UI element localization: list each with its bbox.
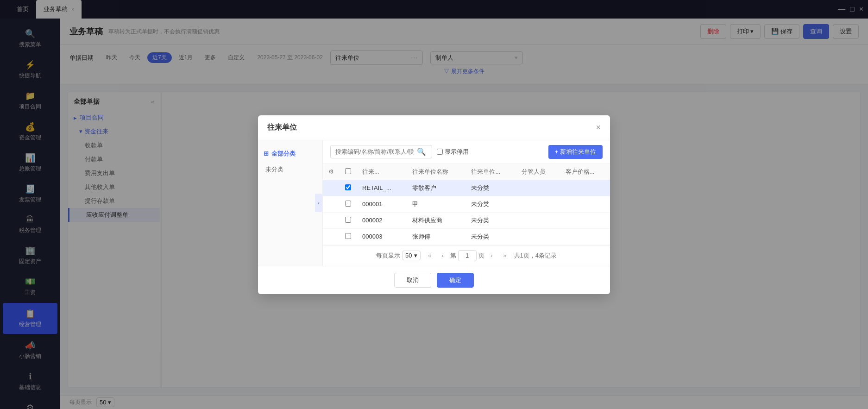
- partner-modal: 往来单位 × ⊞ 全部分类 ‹ 未分类 🔍: [258, 115, 610, 294]
- row-code: RETAIL_...: [357, 180, 407, 196]
- row-price: [560, 196, 610, 212]
- modal-title: 往来单位: [267, 123, 297, 132]
- row-check[interactable]: [340, 212, 357, 228]
- row-settings: [323, 196, 340, 212]
- row-price: [560, 212, 610, 228]
- settings-icon[interactable]: ⚙: [328, 168, 334, 175]
- row-code: 000001: [357, 196, 407, 212]
- add-partner-button[interactable]: + 新增往来单位: [548, 145, 603, 159]
- th-name-label: 往来单位名称: [412, 168, 448, 175]
- modal-footer: 取消 确定: [258, 266, 610, 294]
- page-size-label: 每页显示: [376, 252, 400, 260]
- modal-toolbar: 🔍 显示停用 + 新增往来单位: [323, 140, 610, 164]
- row-settings: [323, 212, 340, 228]
- row-settings: [323, 180, 340, 196]
- row-settings: [323, 228, 340, 245]
- table-row[interactable]: RETAIL_... 零散客户 未分类: [323, 180, 610, 196]
- select-all-checkbox[interactable]: [345, 168, 351, 174]
- modal-header: 往来单位 ×: [258, 115, 610, 140]
- row-manager: [516, 212, 560, 228]
- category-header-label: 全部分类: [271, 150, 296, 158]
- row-category: 未分类: [465, 228, 516, 245]
- row-name: 张师傅: [407, 228, 465, 245]
- th-manager-label: 分管人员: [522, 168, 546, 175]
- th-settings: ⚙: [323, 164, 340, 180]
- row-checkbox[interactable]: [345, 217, 351, 223]
- page-size-arrow: ▾: [414, 252, 417, 259]
- category-unclassified[interactable]: 未分类: [258, 162, 322, 177]
- modal-body: ⊞ 全部分类 ‹ 未分类 🔍 显示停用: [258, 140, 610, 266]
- page-size-box[interactable]: 50 ▾: [402, 251, 420, 260]
- row-code: 000002: [357, 212, 407, 228]
- table-row[interactable]: 000003 张师傅 未分类: [323, 228, 610, 245]
- page-size-select: 每页显示 50 ▾: [376, 251, 420, 260]
- row-category: 未分类: [465, 212, 516, 228]
- table-row[interactable]: 000001 甲 未分类: [323, 196, 610, 212]
- first-page-button[interactable]: «: [424, 250, 435, 261]
- row-check[interactable]: [340, 180, 357, 196]
- th-code: 往来...: [357, 164, 407, 180]
- show-disabled-label[interactable]: 显示停用: [437, 148, 469, 156]
- row-manager: [516, 196, 560, 212]
- category-header: ⊞ 全部分类: [258, 146, 322, 162]
- row-name: 材料供应商: [407, 212, 465, 228]
- modal-table: ⚙ 往来... 往来单位名称: [323, 164, 610, 245]
- th-code-label: 往来...: [362, 168, 379, 175]
- last-page-button[interactable]: »: [499, 250, 510, 261]
- th-price-label: 客户价格...: [566, 168, 595, 175]
- modal-left-panel: ⊞ 全部分类 ‹ 未分类: [258, 140, 323, 266]
- row-code: 000003: [357, 228, 407, 245]
- th-check: [340, 164, 357, 180]
- search-box[interactable]: 🔍: [330, 145, 432, 158]
- row-category: 未分类: [465, 196, 516, 212]
- search-icon: 🔍: [417, 147, 426, 156]
- th-price: 客户价格...: [560, 164, 610, 180]
- table-row[interactable]: 000002 材料供应商 未分类: [323, 212, 610, 228]
- row-name: 甲: [407, 196, 465, 212]
- page-nav: « ‹ 第 页 › »: [424, 250, 510, 261]
- row-manager: [516, 180, 560, 196]
- confirm-button[interactable]: 确定: [437, 273, 474, 288]
- th-name: 往来单位名称: [407, 164, 465, 180]
- cancel-button[interactable]: 取消: [394, 273, 431, 288]
- row-category: 未分类: [465, 180, 516, 196]
- row-price: [560, 228, 610, 245]
- row-checkbox[interactable]: [345, 233, 351, 239]
- panel-collapse-button[interactable]: ‹: [315, 194, 322, 212]
- total-info: 共1页，4条记录: [514, 252, 557, 260]
- th-category: 往来单位...: [465, 164, 516, 180]
- row-checkbox[interactable]: [345, 201, 351, 207]
- show-disabled-checkbox[interactable]: [437, 149, 443, 155]
- prev-page-button[interactable]: ‹: [437, 250, 448, 261]
- page-unit: 页: [478, 252, 484, 260]
- row-manager: [516, 228, 560, 245]
- row-price: [560, 180, 610, 196]
- show-disabled-text: 显示停用: [445, 148, 469, 156]
- page-number-input[interactable]: [458, 250, 477, 261]
- modal-table-wrap: ⚙ 往来... 往来单位名称: [323, 164, 610, 245]
- row-checkbox[interactable]: [345, 184, 351, 190]
- modal-pagination: 每页显示 50 ▾ « ‹ 第 页 › »: [323, 245, 610, 266]
- grid-icon: ⊞: [264, 150, 269, 157]
- search-input[interactable]: [335, 148, 414, 155]
- page-size-value: 50: [405, 252, 412, 259]
- page-word: 第: [450, 252, 456, 260]
- modal-close-button[interactable]: ×: [596, 123, 601, 132]
- modal-overlay: 往来单位 × ⊞ 全部分类 ‹ 未分类 🔍: [0, 0, 868, 409]
- next-page-button[interactable]: ›: [486, 250, 497, 261]
- th-manager: 分管人员: [516, 164, 560, 180]
- row-name: 零散客户: [407, 180, 465, 196]
- modal-right-panel: 🔍 显示停用 + 新增往来单位 ⚙: [323, 140, 610, 266]
- row-check[interactable]: [340, 228, 357, 245]
- row-check[interactable]: [340, 196, 357, 212]
- th-category-label: 往来单位...: [471, 168, 500, 175]
